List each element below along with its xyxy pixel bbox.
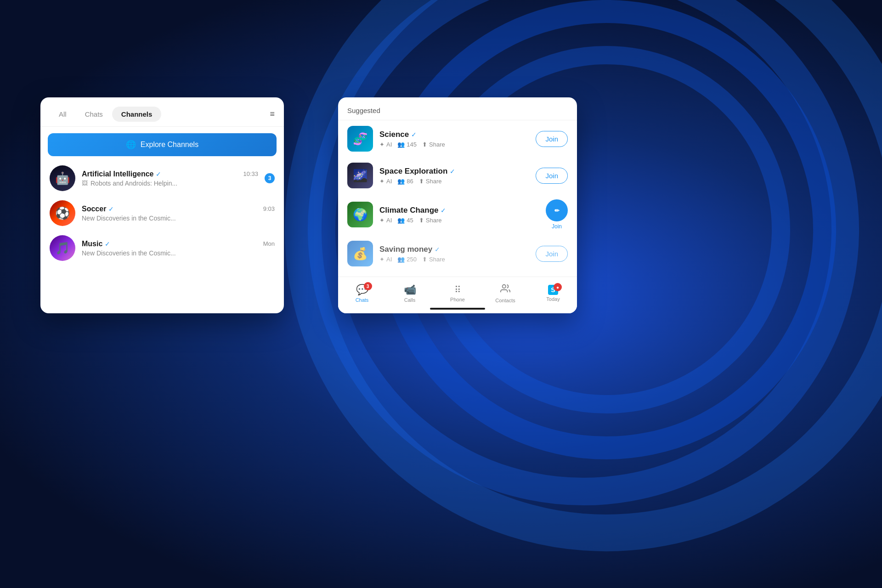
nav-item-phone[interactable]: ⠿ Phone	[434, 284, 481, 302]
channel-preview-soccer: New Discoveries in the Cosmic...	[82, 215, 275, 222]
nav-item-chats[interactable]: 💬 3 Chats	[338, 284, 386, 303]
channel-list: 🤖 Artificial Intelligence ✓ 10:33 🖼 Robo…	[40, 161, 284, 266]
soccer-img: ⚽	[50, 200, 75, 226]
join-button-science[interactable]: Join	[536, 131, 568, 147]
saving-img: 💰	[347, 241, 373, 266]
members-climate: 👥 45	[397, 217, 413, 224]
suggested-name-row-saving: Saving money ✓	[379, 245, 529, 254]
chats-badge: 3	[364, 282, 372, 290]
suggested-item-saving[interactable]: 💰 Saving money ✓ ✦ AI 👥 250 ⬆ Share Join	[342, 235, 573, 272]
suggested-info-saving: Saving money ✓ ✦ AI 👥 250 ⬆ Share	[379, 245, 529, 263]
today-nav-icon: S ●	[548, 285, 558, 295]
nav-item-today[interactable]: S ● Today	[529, 285, 577, 302]
nav-item-contacts[interactable]: Contacts	[481, 283, 529, 303]
suggested-name-row-climate: Climate Change ✓	[379, 206, 539, 215]
suggested-name-row-space: Space Exploration ✓	[379, 167, 529, 176]
tabs-row: All Chats Channels ≡	[40, 97, 284, 127]
channel-name-row-ai: Artificial Intelligence ✓	[82, 170, 161, 178]
nav-label-phone: Phone	[450, 297, 465, 302]
music-img: 🎵	[50, 235, 75, 261]
join-label-climate: Join	[552, 223, 562, 230]
tab-channels[interactable]: Channels	[112, 107, 162, 122]
suggested-name-climate: Climate Change	[379, 206, 438, 215]
bottom-navigation: 💬 3 Chats 📹 Calls ⠿ Phone Contacts	[338, 277, 577, 313]
channel-info-music: Music ✓ Mon New Discoveries in the Cosmi…	[82, 240, 275, 257]
channel-time-ai: 10:33	[243, 170, 258, 177]
ai-label-climate: ✦ AI	[379, 217, 392, 224]
contacts-nav-icon	[500, 283, 510, 296]
join-button-space[interactable]: Join	[536, 168, 568, 184]
suggested-meta-saving: ✦ AI 👥 250 ⬆ Share	[379, 256, 529, 263]
verified-badge-climate: ✓	[441, 207, 446, 214]
channel-time-soccer: 9:03	[263, 205, 275, 212]
compose-fab-button[interactable]: ✏	[546, 199, 568, 221]
verified-badge-space: ✓	[450, 168, 455, 175]
suggested-meta-climate: ✦ AI 👥 45 ⬆ Share	[379, 217, 539, 224]
nav-label-chats: Chats	[356, 297, 369, 303]
unread-badge-ai: 3	[265, 173, 275, 183]
suggested-item-climate[interactable]: 🌍 Climate Change ✓ ✦ AI 👥 45 ⬆ Share ✏ J…	[342, 194, 573, 235]
channel-name-music: Music	[82, 240, 102, 248]
verified-badge-ai: ✓	[156, 170, 161, 178]
share-saving: ⬆ Share	[422, 256, 445, 263]
channel-header-soccer: Soccer ✓ 9:03	[82, 205, 275, 213]
suggested-title: Suggested	[338, 97, 577, 120]
suggested-item-space[interactable]: 🌌 Space Exploration ✓ ✦ AI 👥 86 ⬆ Share …	[342, 157, 573, 194]
suggested-meta-science: ✦ AI 👥 145 ⬆ Share	[379, 141, 529, 148]
join-fab-group: ✏ Join	[546, 199, 568, 230]
suggested-info-climate: Climate Change ✓ ✦ AI 👥 45 ⬆ Share	[379, 206, 539, 224]
suggested-avatar-saving: 💰	[347, 241, 373, 266]
channel-item-music[interactable]: 🎵 Music ✓ Mon New Discoveries in the Cos…	[44, 231, 280, 266]
explore-button-label: Explore Channels	[141, 141, 198, 149]
nav-label-calls: Calls	[404, 297, 415, 303]
compose-icon: ✏	[554, 207, 560, 214]
suggested-info-science: Science ✓ ✦ AI 👥 145 ⬆ Share	[379, 130, 529, 148]
calls-nav-icon: 📹	[404, 284, 416, 296]
tab-all[interactable]: All	[50, 107, 76, 122]
channel-preview-text-soccer: New Discoveries in the Cosmic...	[82, 215, 176, 222]
suggested-info-space: Space Exploration ✓ ✦ AI 👥 86 ⬆ Share	[379, 167, 529, 185]
image-icon-ai: 🖼	[82, 180, 88, 187]
channel-name-row-music: Music ✓	[82, 240, 110, 248]
explore-channels-button[interactable]: 🌐 Explore Channels	[48, 133, 277, 156]
channel-header-music: Music ✓ Mon	[82, 240, 275, 248]
verified-badge-saving: ✓	[435, 246, 440, 253]
ai-label-science: ✦ AI	[379, 141, 392, 148]
channel-info-ai: Artificial Intelligence ✓ 10:33 🖼 Robots…	[82, 170, 258, 187]
channel-name-row-soccer: Soccer ✓	[82, 205, 114, 213]
home-indicator	[430, 308, 485, 310]
members-saving: 👥 250	[397, 256, 417, 263]
suggested-item-science[interactable]: 🧬 Science ✓ ✦ AI 👥 145 ⬆ Share Join	[342, 120, 573, 157]
nav-label-contacts: Contacts	[495, 298, 515, 303]
channels-panel: All Chats Channels ≡ 🌐 Explore Channels …	[40, 97, 284, 313]
members-science: 👥 145	[397, 141, 417, 148]
chats-nav-icon: 💬 3	[356, 284, 368, 296]
nav-item-calls[interactable]: 📹 Calls	[386, 284, 434, 303]
channel-avatar-ai: 🤖	[50, 165, 75, 191]
verified-badge-music: ✓	[105, 240, 110, 248]
suggested-avatar-space: 🌌	[347, 163, 373, 188]
suggested-name-saving: Saving money	[379, 245, 432, 254]
channel-item-ai[interactable]: 🤖 Artificial Intelligence ✓ 10:33 🖼 Robo…	[44, 161, 280, 196]
suggested-name-science: Science	[379, 130, 409, 139]
channel-preview-ai: 🖼 Robots and Androids: Helpin...	[82, 180, 258, 187]
join-button-saving[interactable]: Join	[536, 246, 568, 262]
suggested-name-space: Space Exploration	[379, 167, 447, 176]
channel-name-ai: Artificial Intelligence	[82, 170, 153, 178]
verified-badge-science: ✓	[411, 131, 417, 138]
suggested-avatar-climate: 🌍	[347, 202, 373, 227]
suggested-panel: Suggested 🧬 Science ✓ ✦ AI 👥 145 ⬆ Share…	[338, 97, 577, 313]
suggested-avatar-science: 🧬	[347, 126, 373, 152]
channel-item-soccer[interactable]: ⚽ Soccer ✓ 9:03 New Discoveries in the C…	[44, 196, 280, 231]
channel-avatar-soccer: ⚽	[50, 200, 75, 226]
channel-preview-text-ai: Robots and Androids: Helpin...	[90, 180, 177, 187]
phone-nav-icon: ⠿	[454, 284, 461, 295]
suggested-name-row-science: Science ✓	[379, 130, 529, 139]
members-space: 👥 86	[397, 178, 413, 185]
tab-chats[interactable]: Chats	[76, 107, 112, 122]
channel-name-soccer: Soccer	[82, 205, 106, 213]
filter-icon[interactable]: ≡	[270, 109, 275, 119]
share-space: ⬆ Share	[419, 178, 442, 185]
ai-face-icon: 🤖	[50, 165, 75, 191]
climate-img: 🌍	[347, 202, 373, 227]
